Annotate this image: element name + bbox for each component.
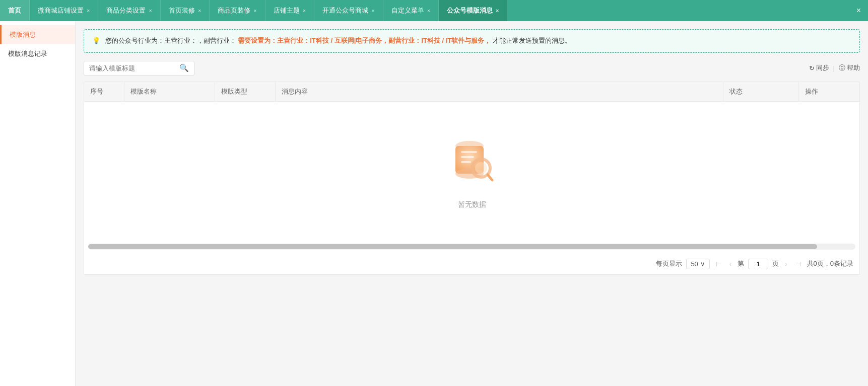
- nav-tab-shop-theme[interactable]: 店铺主题×: [265, 0, 314, 21]
- empty-text: 暂无数据: [458, 200, 486, 209]
- nav-tab-shop-settings[interactable]: 微商城店铺设置×: [30, 0, 98, 21]
- close-all-button[interactable]: ×: [849, 0, 868, 21]
- search-left: 🔍: [84, 61, 189, 75]
- nav-tab-template-msg[interactable]: 公众号模版消息×: [439, 0, 507, 21]
- nav-tab-open-mall[interactable]: 开通公众号商城×: [314, 0, 383, 21]
- nav-tab-close-home-decor[interactable]: ×: [198, 8, 201, 14]
- nav-tab-home-decor[interactable]: 首页装修×: [161, 0, 210, 21]
- table-col-status: 状态: [723, 82, 799, 101]
- search-input[interactable]: [84, 61, 194, 75]
- sidebar-item-template-msg[interactable]: 模版消息: [0, 25, 75, 44]
- per-page-label: 每页显示: [656, 259, 682, 268]
- search-icon: 🔍: [179, 63, 189, 72]
- svg-rect-3: [461, 151, 477, 153]
- per-page-value: 50: [691, 260, 698, 268]
- empty-state: 暂无数据: [84, 102, 859, 240]
- notice-text-suffix: 才能正常发送预置的消息。: [493, 37, 571, 44]
- nav-tab-custom-menu[interactable]: 自定义菜单×: [383, 0, 439, 21]
- nav-tab-close-product-decor[interactable]: ×: [253, 8, 256, 14]
- scrollbar-area[interactable]: [84, 244, 859, 250]
- nav-tab-category-settings[interactable]: 商品分类设置×: [98, 0, 160, 21]
- first-page-button[interactable]: ⊢: [714, 259, 723, 269]
- table-col-type: 模版类型: [215, 82, 276, 101]
- sync-button[interactable]: ↻ 同步: [809, 63, 829, 72]
- divider: |: [833, 64, 835, 72]
- svg-point-7: [475, 162, 487, 174]
- nav-tab-label-product-decor: 商品页装修: [218, 6, 250, 15]
- table-col-content: 消息内容: [276, 82, 723, 101]
- notice-box: 💡 您的公众号行业为：主营行业：，副营行业： 需要设置为：主营行业：IT科技 /…: [84, 29, 860, 53]
- sync-icon: ↻: [809, 64, 815, 72]
- table-header: 序号模版名称模版类型消息内容状态操作: [84, 82, 859, 102]
- table-col-action: 操作: [799, 82, 859, 101]
- nav-tab-close-custom-menu[interactable]: ×: [427, 8, 430, 14]
- pagination: 每页显示 50 ∨ ⊢ ‹ 第 页 › ⊣ 共0页，0条记录: [84, 254, 859, 274]
- per-page-select[interactable]: 50 ∨: [686, 259, 709, 269]
- table-col-index: 序号: [84, 82, 124, 101]
- next-page-button[interactable]: ›: [783, 259, 789, 269]
- sync-label: 同步: [816, 63, 829, 72]
- main-layout: 模版消息模版消息记录 💡 您的公众号行业为：主营行业：，副营行业： 需要设置为：…: [0, 21, 868, 386]
- nav-tab-label-template-msg: 公众号模版消息: [447, 6, 493, 15]
- nav-tab-home[interactable]: 首页: [0, 0, 30, 21]
- svg-rect-4: [461, 156, 474, 158]
- svg-rect-5: [461, 161, 471, 163]
- nav-tab-label-shop-theme: 店铺主题: [274, 6, 300, 15]
- help-button[interactable]: ⓪ 帮助: [839, 63, 860, 72]
- page-unit: 页: [772, 259, 779, 268]
- nav-tab-label-shop-settings: 微商城店铺设置: [38, 6, 84, 15]
- nav-tab-label-home-decor: 首页装修: [169, 6, 195, 15]
- page-total: 共0页，0条记录: [807, 259, 853, 268]
- nav-tab-label-home: 首页: [8, 6, 21, 15]
- table-col-name: 模版名称: [124, 82, 215, 101]
- sidebar: 模版消息模版消息记录: [0, 21, 76, 386]
- per-page-chevron: ∨: [700, 260, 705, 268]
- nav-tab-label-category-settings: 商品分类设置: [106, 6, 146, 15]
- search-right: ↻ 同步 | ⓪ 帮助: [809, 63, 860, 72]
- nav-tab-close-shop-theme[interactable]: ×: [303, 8, 306, 14]
- nav-tab-close-category-settings[interactable]: ×: [149, 8, 152, 14]
- last-page-button[interactable]: ⊣: [793, 259, 803, 269]
- search-bar: 🔍 ↻ 同步 | ⓪ 帮助: [84, 61, 860, 75]
- nav-tab-product-decor[interactable]: 商品页装修×: [210, 0, 265, 21]
- search-button[interactable]: 🔍: [179, 63, 189, 72]
- help-label: 帮助: [847, 63, 860, 72]
- top-nav: 首页微商城店铺设置×商品分类设置×首页装修×商品页装修×店铺主题×开通公众号商城…: [0, 0, 868, 21]
- notice-highlight: 需要设置为：主营行业：IT科技 / 互联网|电子商务，副营行业：IT科技 / I…: [238, 37, 491, 44]
- main-content: 💡 您的公众号行业为：主营行业：，副营行业： 需要设置为：主营行业：IT科技 /…: [76, 21, 868, 386]
- nav-tab-close-shop-settings[interactable]: ×: [87, 8, 90, 14]
- data-table: 序号模版名称模版类型消息内容状态操作: [84, 82, 860, 275]
- page-label: 第: [738, 259, 744, 268]
- svg-line-8: [488, 175, 492, 180]
- nav-tab-label-open-mall: 开通公众号商城: [322, 6, 368, 15]
- prev-page-button[interactable]: ‹: [727, 259, 733, 269]
- sidebar-item-template-msg-record[interactable]: 模版消息记录: [0, 44, 75, 63]
- nav-tab-close-open-mall[interactable]: ×: [371, 8, 374, 14]
- page-input[interactable]: [748, 259, 768, 269]
- help-icon: ⓪: [839, 63, 845, 72]
- nav-tab-label-custom-menu: 自定义菜单: [391, 6, 424, 15]
- nav-tab-close-template-msg[interactable]: ×: [496, 8, 499, 14]
- notice-icon: 💡: [92, 37, 100, 44]
- notice-text-prefix: 您的公众号行业为：主营行业：，副营行业：: [105, 37, 236, 44]
- empty-icon: [442, 132, 502, 192]
